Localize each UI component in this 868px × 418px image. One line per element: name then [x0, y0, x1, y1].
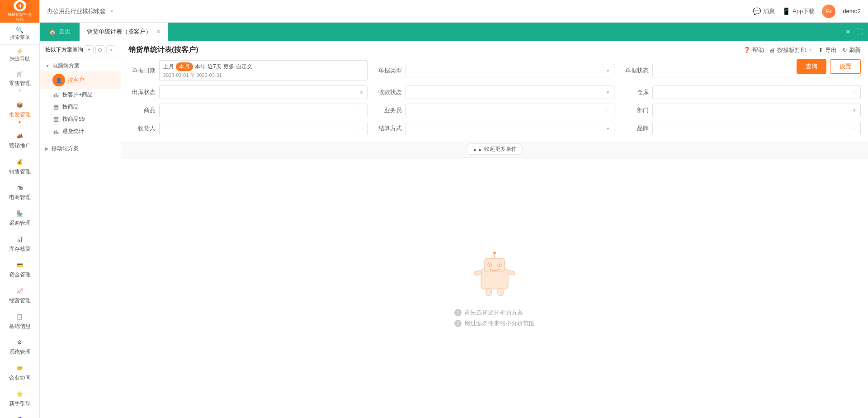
- dept-field: 部门 ▼: [622, 104, 861, 117]
- sales-label: 销售管理: [9, 168, 31, 176]
- date-tab-this-month[interactable]: 本月: [176, 62, 193, 71]
- tab-close-btn[interactable]: ✕: [156, 28, 160, 35]
- sidebar-item-basic-info[interactable]: 📋 基础信息: [0, 308, 39, 334]
- right-content: 销货单统计表(按客户) ❓ 帮助 🖨 按模板打印 ▼ ⬆ 导出: [121, 41, 868, 418]
- goods-control[interactable]: ···: [159, 104, 368, 117]
- dept-label: 部门: [622, 106, 652, 114]
- sidebar-item-wholesale[interactable]: 📦 批发管理 ▲: [0, 96, 39, 128]
- sidebar-item-sales[interactable]: 💰 销售管理: [0, 153, 39, 179]
- tab-sales-stat[interactable]: 销货单统计表（按客户） ✕: [80, 23, 168, 41]
- hint-2: 2 用过滤条件来缩小分析范围: [454, 319, 535, 328]
- mobile-group-header[interactable]: ▶ 移动端方案: [40, 143, 121, 154]
- scheme-by-goods[interactable]: 按商品: [40, 101, 121, 113]
- svg-rect-13: [57, 132, 58, 134]
- settlement-control[interactable]: ▼: [406, 122, 614, 135]
- out-status-control[interactable]: ▼: [159, 86, 368, 99]
- setting-btn[interactable]: 设置: [830, 59, 861, 74]
- hint-text-1: 请先选择要分析的方案: [464, 309, 523, 317]
- svg-rect-0: [54, 94, 55, 97]
- tab-home-label: 首页: [59, 28, 71, 36]
- hint-1: 1 请先选择要分析的方案: [454, 309, 535, 317]
- sidebar-item-purchase[interactable]: 🏪 采购管理: [0, 205, 39, 231]
- tab-sales-stat-label: 销货单统计表（按客户）: [87, 28, 151, 36]
- onboarding-icon: 🌟: [15, 389, 25, 399]
- avatar-text: Ea: [826, 9, 832, 14]
- sidebar-item-inventory[interactable]: 📊 库存核算: [0, 231, 39, 256]
- add-scheme-btn[interactable]: +: [85, 45, 94, 54]
- desktop-group-header[interactable]: ▼ 电脑端方案: [40, 60, 121, 71]
- collect-status-control[interactable]: ▼: [406, 86, 614, 99]
- warehouse-control[interactable]: ···: [652, 86, 861, 99]
- out-status-label: 出库状态: [128, 88, 159, 96]
- collapse-conditions-btn[interactable]: ▲▲ 收起更多条件: [467, 143, 523, 155]
- sidebar-item-system[interactable]: ⚙ 系统管理: [0, 334, 39, 360]
- retail-label: 零售管理: [9, 80, 31, 87]
- settlement-label: 结算方式: [375, 124, 406, 133]
- wholesale-label: 批发管理: [9, 111, 31, 119]
- sidebar-item-ecommerce[interactable]: 🛍 电商管理: [0, 179, 39, 205]
- svg-rect-3: [54, 104, 59, 105]
- doc-type-arrow: ▼: [606, 68, 610, 73]
- sidebar-item-retail[interactable]: 🛒 零售管理 ▼: [0, 65, 39, 96]
- quick-nav-item[interactable]: ⚡ 快捷导航: [0, 45, 39, 65]
- purchase-icon: 🏪: [15, 209, 25, 218]
- app-name: 畅捷信好生意: [8, 12, 32, 17]
- scheme-by-customer[interactable]: 👤 按客户: [40, 71, 121, 89]
- refresh-btn[interactable]: ↻ 刷新: [842, 46, 861, 54]
- collapse-arrow-icon: ▲▲: [472, 147, 482, 152]
- doc-type-control[interactable]: ▼: [406, 64, 614, 77]
- receiver-control[interactable]: ···: [159, 122, 368, 135]
- search-menu-item[interactable]: 🔍 搜索菜单: [0, 23, 39, 45]
- scheme-refund-stat[interactable]: 退货统计: [40, 125, 121, 138]
- sidebar-item-enterprise[interactable]: 🤝 企业协同: [0, 360, 39, 385]
- retail-icon: 🛒: [15, 69, 25, 79]
- date-tab-custom[interactable]: 自定义: [236, 63, 252, 71]
- brand-control[interactable]: ···: [652, 122, 861, 135]
- mobile-group-arrow: ▶: [45, 146, 49, 151]
- print-icon: 🖨: [769, 47, 775, 53]
- tab-close-all-btn[interactable]: ✕: [844, 26, 853, 37]
- settlement-field: 结算方式 ▼: [375, 122, 614, 135]
- query-btn[interactable]: 查询: [797, 59, 826, 74]
- scheme-by-customer-goods[interactable]: 按客户+商品: [40, 89, 121, 101]
- bar-chart-icon: [52, 91, 60, 99]
- inventory-label: 库存核算: [9, 245, 31, 253]
- user-avatar[interactable]: Ea: [822, 5, 835, 18]
- query-panel-header: 按以下方案查询 + ⊙ «: [40, 41, 121, 57]
- date-tab-last-month[interactable]: 上月: [163, 63, 174, 71]
- template-print-btn[interactable]: 🖨 按模板打印 ▼: [769, 46, 813, 54]
- filter-row-3: 商品 ··· 业务员 ··· 部门 ▼: [128, 104, 861, 117]
- date-field-control[interactable]: 上月 本月 本年 近7天 更多 自定义 2023-03-01 至 2023-03…: [159, 60, 368, 81]
- phone-icon: 📱: [782, 7, 791, 15]
- template-print-label: 按模板打印: [777, 46, 807, 54]
- scheme-settings-btn[interactable]: ⊙: [95, 45, 104, 54]
- collapse-panel-btn[interactable]: «: [106, 45, 115, 54]
- sidebar-item-marketing[interactable]: 📣 营销推广: [0, 128, 39, 153]
- sidebar-item-onboarding[interactable]: 🌟 新手引导: [0, 385, 39, 411]
- staff-control[interactable]: ···: [406, 104, 614, 117]
- print-arrow: ▼: [808, 48, 813, 52]
- quick-nav-label: 快捷导航: [2, 55, 38, 62]
- app-logo[interactable]: 畅捷信好生意 标版: [0, 0, 39, 23]
- date-tab-last7[interactable]: 近7天: [208, 63, 222, 71]
- table-icon-1: [52, 104, 60, 111]
- message-btn[interactable]: 💬 消息: [753, 7, 775, 15]
- date-field-label: 单据日期: [128, 66, 159, 75]
- sidebar-item-operations[interactable]: 📈 经营管理: [0, 282, 39, 308]
- help-btn[interactable]: ❓ 帮助: [743, 46, 764, 54]
- app-download-btn[interactable]: 📱 App下载: [782, 7, 815, 15]
- apps-icon: 🔮: [15, 415, 25, 418]
- tab-maximize-btn[interactable]: ⛶: [854, 26, 864, 37]
- sidebar-item-finance[interactable]: 💳 资金管理: [0, 256, 39, 282]
- date-tab-this-year[interactable]: 本年: [195, 63, 206, 71]
- finance-icon: 💳: [15, 260, 25, 270]
- help-icon: ❓: [743, 47, 750, 53]
- date-tab-more[interactable]: 更多: [223, 63, 234, 71]
- sidebar-item-apps[interactable]: 🔮 应用中心: [0, 411, 39, 418]
- export-btn[interactable]: ⬆ 导出: [818, 46, 837, 54]
- scheme-by-goods99[interactable]: 按商品99: [40, 113, 121, 125]
- tab-home[interactable]: 🏠 首页: [40, 23, 80, 41]
- home-icon: 🏠: [49, 28, 56, 35]
- collapse-bar: ▲▲ 收起更多条件: [121, 141, 868, 158]
- dept-control[interactable]: ▼: [652, 104, 861, 117]
